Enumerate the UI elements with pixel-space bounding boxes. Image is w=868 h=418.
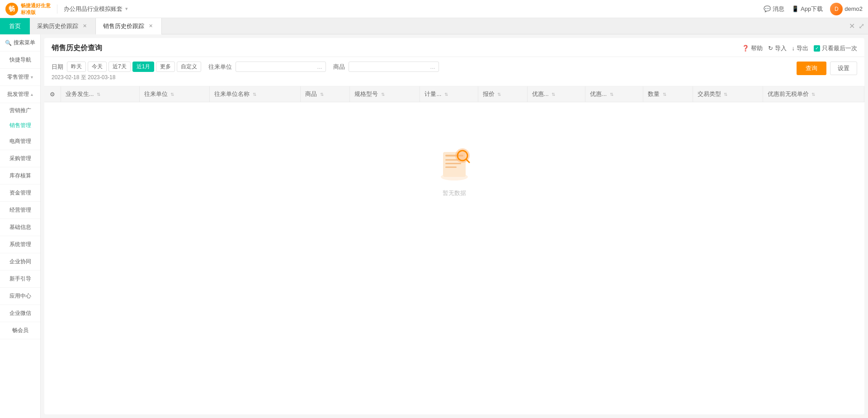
th-trade-type[interactable]: 交易类型 ⇅ <box>693 86 763 102</box>
sidebar-item-basic-info[interactable]: 基础信息 <box>0 219 40 236</box>
tab-sales-history[interactable]: 销售历史价跟踪 ✕ <box>96 18 162 34</box>
th-partner-name-label: 往来单位名称 <box>214 90 250 97</box>
query-button[interactable]: 查询 <box>797 62 826 75</box>
date-filter-group: 日期 昨天 今天 近7天 近1月 更多 自定义 2023-02-18 至 202… <box>52 62 201 81</box>
sidebar-item-sales-mgmt[interactable]: 销售管理 <box>0 118 40 133</box>
only-last-checkbox-wrap[interactable]: ✓ 只看最后一次 <box>814 44 857 52</box>
sidebar-sales-mgmt-label: 销售管理 <box>9 122 31 129</box>
settings-button[interactable]: 设置 <box>830 62 857 75</box>
partner-input-wrap: ... <box>236 62 326 72</box>
sidebar-item-system[interactable]: 系统管理 <box>0 236 40 253</box>
svg-rect-4 <box>445 163 461 164</box>
sidebar-item-quick-nav[interactable]: 快捷导航 <box>0 52 40 69</box>
table-wrap: ⚙ 业务发生... ⇅ 往来单位 ⇅ 往来单位名称 <box>44 86 864 233</box>
export-icon: ↓ <box>792 45 795 52</box>
th-partner-name[interactable]: 往来单位名称 ⇅ <box>209 86 300 102</box>
empty-state: 暂无数据 <box>44 102 864 233</box>
logo-text: 畅捷通好生意 标准版 <box>21 2 51 15</box>
top-bar-left: 畅 畅捷通好生意 标准版 办公用品行业模拟账套 ▾ <box>5 2 128 15</box>
message-btn[interactable]: 💬 消息 <box>764 5 784 13</box>
th-gear[interactable]: ⚙ <box>44 86 61 102</box>
sidebar-wechat-label: 企业微信 <box>9 309 31 317</box>
th-discount2[interactable]: 优惠... ⇅ <box>585 86 643 102</box>
top-bar: 畅 畅捷通好生意 标准版 办公用品行业模拟账套 ▾ 💬 消息 📱 App下载 D… <box>0 0 868 18</box>
th-quantity[interactable]: 数量 ⇅ <box>643 86 693 102</box>
svg-rect-5 <box>445 166 457 168</box>
tab-purchase-history[interactable]: 采购历史价跟踪 ✕ <box>30 18 96 34</box>
sidebar-item-ecommerce[interactable]: 电商管理 <box>0 133 40 150</box>
sort-icon: ⇅ <box>444 92 448 97</box>
date-btn-1month[interactable]: 近1月 <box>132 62 155 72</box>
export-btn[interactable]: ↓ 导出 <box>792 44 809 52</box>
sidebar-item-enterprise[interactable]: 企业协同 <box>0 253 40 271</box>
sidebar-wholesale-label: 批发管理 <box>7 90 29 98</box>
sort-icon: ⇅ <box>381 92 385 97</box>
user-avatar-btn[interactable]: D demo2 <box>830 3 863 15</box>
sidebar-system-label: 系统管理 <box>9 241 31 248</box>
th-pre-tax-price[interactable]: 优惠前无税单价 ⇅ <box>763 86 864 102</box>
sidebar-item-retail-mgmt[interactable]: 零售管理 ▾ <box>0 69 40 86</box>
sidebar-item-operations[interactable]: 经营管理 <box>0 202 40 219</box>
username-label: demo2 <box>844 5 863 12</box>
th-unit[interactable]: 计量... ⇅ <box>420 86 478 102</box>
import-label: 导入 <box>775 44 787 52</box>
th-partner-code[interactable]: 往来单位 ⇅ <box>139 86 209 102</box>
logo-icon: 畅 <box>5 3 18 15</box>
date-btn-7days[interactable]: 近7天 <box>108 62 131 72</box>
date-btn-today[interactable]: 今天 <box>88 62 107 72</box>
chevron-down-icon: ▾ <box>31 75 33 80</box>
th-business-date-label: 业务发生... <box>66 90 94 97</box>
close-purchase-history-tab[interactable]: ✕ <box>81 23 88 30</box>
date-btn-custom[interactable]: 自定义 <box>177 62 201 72</box>
sidebar-item-inventory[interactable]: 库存核算 <box>0 167 40 185</box>
sort-icon: ⇅ <box>552 92 555 97</box>
th-pre-tax-price-label: 优惠前无税单价 <box>768 90 809 97</box>
help-btn[interactable]: ❓ 帮助 <box>742 44 763 52</box>
partner-filter-group: 往来单位 ... <box>208 62 326 72</box>
date-btn-yesterday[interactable]: 昨天 <box>67 62 86 72</box>
sidebar-item-finance[interactable]: 资金管理 <box>0 185 40 202</box>
tab-home[interactable]: 首页 <box>0 18 30 34</box>
sidebar-operations-label: 经营管理 <box>9 206 31 214</box>
product-search-icon[interactable]: ... <box>430 63 435 70</box>
sidebar-finance-label: 资金管理 <box>9 189 31 197</box>
date-btn-more[interactable]: 更多 <box>156 62 175 72</box>
sidebar-search-label: 搜索菜单 <box>14 39 35 47</box>
sidebar-item-wholesale-mgmt[interactable]: 批发管理 ▴ <box>0 86 40 103</box>
th-quote[interactable]: 报价 ⇅ <box>478 86 527 102</box>
help-label: 帮助 <box>751 44 763 52</box>
sidebar-new-guide-label: 新手引导 <box>9 275 31 283</box>
import-btn[interactable]: ↻ 导入 <box>768 44 787 52</box>
sidebar-item-new-guide[interactable]: 新手引导 <box>0 271 40 288</box>
app-download-btn[interactable]: 📱 App下载 <box>792 5 823 13</box>
sidebar-item-app-center[interactable]: 应用中心 <box>0 288 40 305</box>
maximize-btn[interactable]: ⤢ <box>859 22 864 30</box>
sidebar-item-wechat[interactable]: 企业微信 <box>0 305 40 322</box>
workspace-selector[interactable]: 办公用品行业模拟账套 ▾ <box>64 5 128 13</box>
sort-icon: ⇅ <box>497 92 501 97</box>
date-range-display: 2023-02-18 至 2023-03-18 <box>52 74 201 81</box>
partner-input[interactable] <box>240 63 317 70</box>
sidebar-item-search-menu[interactable]: 🔍 搜索菜单 <box>0 34 40 52</box>
sidebar-item-member[interactable]: 畅会员 <box>0 322 40 339</box>
th-spec[interactable]: 规格型号 ⇅ <box>350 86 420 102</box>
close-sales-history-tab[interactable]: ✕ <box>147 23 154 30</box>
message-icon: 💬 <box>764 5 771 12</box>
partner-search-icon[interactable]: ... <box>317 63 322 70</box>
tab-purchase-history-label: 采购历史价跟踪 <box>37 22 78 30</box>
th-business-date[interactable]: 业务发生... ⇅ <box>61 86 139 102</box>
empty-illustration <box>432 138 477 184</box>
message-label: 消息 <box>773 5 784 13</box>
import-icon: ↻ <box>768 45 773 52</box>
tab-bar: 首页 采购历史价跟踪 ✕ 销售历史价跟踪 ✕ ✕ ⤢ <box>0 18 868 34</box>
content-inner: 销售历史价查询 ❓ 帮助 ↻ 导入 ↓ 导出 ✓ <box>44 38 864 414</box>
logo-area: 畅 畅捷通好生意 标准版 <box>5 2 51 15</box>
only-last-checkbox[interactable]: ✓ <box>814 45 820 52</box>
sidebar-enterprise-label: 企业协同 <box>9 258 31 266</box>
sidebar-item-marketing[interactable]: 营销推广 <box>0 103 40 118</box>
sidebar-item-purchase[interactable]: 采购管理 <box>0 150 40 167</box>
th-discount1[interactable]: 优惠... ⇅ <box>527 86 585 102</box>
product-input[interactable] <box>353 63 430 70</box>
close-all-tabs-btn[interactable]: ✕ <box>849 22 855 30</box>
th-product[interactable]: 商品 ⇅ <box>301 86 350 102</box>
